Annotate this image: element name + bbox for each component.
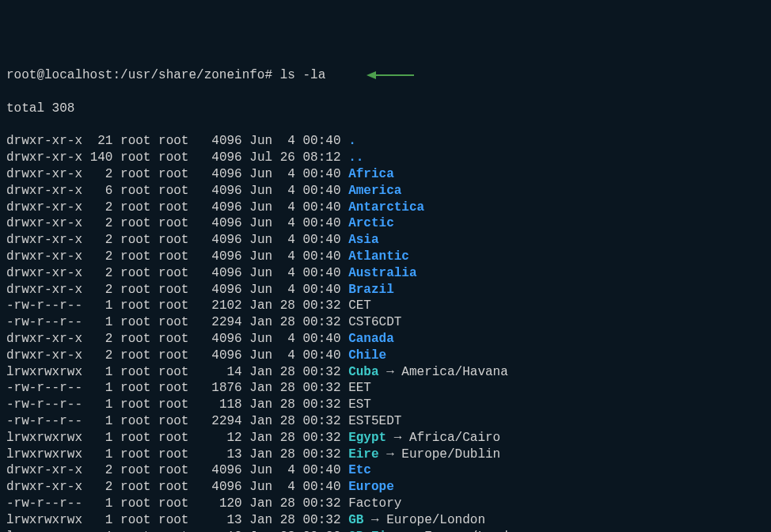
date: Jun 4 00:40 [249,332,340,346]
listing-row: -rw-r--r-- 1 root root 2102 Jan 28 00:32… [6,298,765,314]
symlink-target: Europe/London [386,513,485,527]
links: 1 [90,381,113,395]
perm: drwxr-xr-x [6,184,82,198]
listing-row: drwxr-xr-x 6 root root 4096 Jun 4 00:40 … [6,183,765,200]
perm: lrwxrwxrwx [6,530,82,533]
owner: root [120,233,150,247]
size: 4096 [196,184,242,198]
date: Jan 28 00:32 [249,397,340,412]
perm: drwxr-xr-x [6,134,82,148]
listing-row: drwxr-xr-x 2 root root 4096 Jun 4 00:40 … [6,282,765,298]
file-name: GB-Eire [348,530,401,533]
date: Jan 28 00:32 [249,315,340,329]
file-name: Asia [348,233,378,247]
owner: root [120,513,150,527]
size: 13 [196,530,242,533]
perm: drwxr-xr-x [6,463,82,477]
date: Jun 4 00:40 [249,463,340,477]
perm: drwxr-xr-x [6,200,82,215]
links: 1 [90,513,113,527]
directory-listing: drwxr-xr-x 21 root root 4096 Jun 4 00:40… [6,133,765,532]
size: 4096 [196,150,242,165]
owner: root [120,365,150,379]
group: root [158,150,188,165]
perm: lrwxrwxrwx [6,513,82,527]
perm: -rw-r--r-- [6,298,82,313]
group: root [158,216,188,230]
file-name: Canada [348,332,394,346]
size: 4096 [196,200,242,215]
perm: drwxr-xr-x [6,216,82,230]
links: 1 [90,496,113,511]
links: 2 [90,480,113,494]
size: 12 [196,431,242,445]
group: root [158,200,188,215]
perm: -rw-r--r-- [6,315,82,329]
owner: root [120,381,150,395]
size: 13 [196,513,242,527]
file-name: . [348,134,356,148]
file-name: CET [348,298,371,313]
links: 2 [90,233,113,247]
perm: drwxr-xr-x [6,150,82,165]
date: Jan 28 00:32 [249,381,340,395]
group: root [158,513,188,527]
file-name: Eire [348,447,378,462]
total-line: total 308 [6,101,765,117]
date: Jan 28 00:32 [249,414,340,428]
listing-row: drwxr-xr-x 2 root root 4096 Jun 4 00:40 … [6,331,765,348]
listing-row: -rw-r--r-- 1 root root 120 Jan 28 00:32 … [6,496,765,512]
symlink-target: Europe/London [424,530,523,533]
size: 4096 [196,216,242,230]
owner: root [120,200,150,215]
owner: root [120,530,150,533]
listing-row: lrwxrwxrwx 1 root root 13 Jan 28 00:32 G… [6,512,765,529]
links: 2 [90,200,113,215]
links: 1 [90,397,113,412]
links: 2 [90,266,113,280]
links: 1 [90,414,113,428]
file-name: EET [348,381,371,395]
group: root [158,266,188,280]
file-name: Atlantic [348,249,409,264]
links: 1 [90,298,113,313]
listing-row: drwxr-xr-x 2 root root 4096 Jun 4 00:40 … [6,215,765,232]
size: 14 [196,365,242,379]
file-name: CST6CDT [348,315,401,329]
size: 4096 [196,332,242,346]
owner: root [120,266,150,280]
links: 1 [90,365,113,379]
file-name: Egypt [348,431,386,445]
perm: -rw-r--r-- [6,414,82,428]
annotation-arrow-icon [367,70,414,80]
links: 21 [90,134,113,148]
owner: root [120,167,150,181]
owner: root [120,447,150,462]
perm: drwxr-xr-x [6,249,82,264]
owner: root [120,414,150,428]
group: root [158,298,188,313]
perm: drwxr-xr-x [6,266,82,280]
file-name: Cuba [348,365,378,379]
group: root [158,134,188,148]
listing-row: drwxr-xr-x 21 root root 4096 Jun 4 00:40… [6,133,765,150]
symlink-arrow-icon: → [386,365,394,379]
listing-row: drwxr-xr-x 2 root root 4096 Jun 4 00:40 … [6,265,765,282]
links: 1 [90,431,113,445]
shell-command[interactable]: ls -la [280,68,326,82]
listing-row: lrwxrwxrwx 1 root root 13 Jan 28 00:32 G… [6,529,765,533]
file-name: Australia [348,266,416,280]
owner: root [120,332,150,346]
date: Jan 28 00:32 [249,496,340,511]
size: 4096 [196,266,242,280]
owner: root [120,315,150,329]
listing-row: drwxr-xr-x 140 root root 4096 Jul 26 08:… [6,150,765,166]
owner: root [120,216,150,230]
date: Jan 28 00:32 [249,365,340,379]
file-name: EST5EDT [348,414,401,428]
date: Jun 4 00:40 [249,200,340,215]
perm: lrwxrwxrwx [6,447,82,462]
file-name: Antarctica [348,200,424,215]
group: root [158,365,188,379]
group: root [158,447,188,462]
